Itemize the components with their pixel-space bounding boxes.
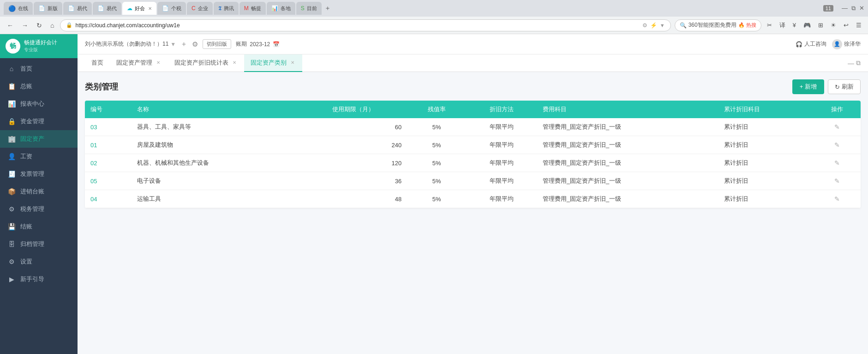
code-link[interactable]: 01 <box>90 142 97 149</box>
sidebar-item-archive[interactable]: 🗄 归档管理 <box>0 235 78 253</box>
browser-tab-online[interactable]: 🔵 在线 <box>4 2 33 15</box>
edit-icon[interactable]: ✎ <box>834 141 840 149</box>
cell-expense: 管理费用_固定资产折旧_一级 <box>537 154 719 172</box>
edit-icon[interactable]: ✎ <box>834 195 840 203</box>
sidebar-item-fixed-assets[interactable]: 🏢 固定资产 <box>0 130 78 148</box>
tab-fixed-mgmt-close[interactable]: ✕ <box>155 60 162 66</box>
cell-period: 36 <box>300 172 407 190</box>
browser-tab-haokuai[interactable]: ☁ 好会 ✕ <box>122 2 156 15</box>
reload-button[interactable]: ↻ <box>34 21 44 30</box>
home-nav-button[interactable]: ⌂ <box>48 21 56 30</box>
tab-fixed-cat[interactable]: 固定资产类别 ✕ <box>244 54 302 72</box>
sidebar-item-home[interactable]: ⌂ 首页 <box>0 60 78 78</box>
tab-fixed-cat-close[interactable]: ✕ <box>289 60 296 66</box>
cell-action: ✎ <box>814 136 861 154</box>
top-right: 🎧 人工咨询 👤 徐泽华 <box>796 39 861 49</box>
calendar-icon[interactable]: 📅 <box>273 41 280 48</box>
cell-expense: 管理费用_固定资产折旧_一级 <box>537 118 719 136</box>
code-link[interactable]: 05 <box>90 178 97 185</box>
restore-button[interactable]: ⧉ <box>851 5 856 12</box>
coin-icon[interactable]: ¥ <box>791 21 798 30</box>
browser-tab-yidai1[interactable]: 📄 易代 <box>63 2 92 15</box>
cell-acc-dep: 累计折旧 <box>718 172 814 190</box>
tab-fixed-dep-close[interactable]: ✕ <box>231 60 238 66</box>
refresh-label: 刷新 <box>842 83 854 91</box>
sidebar-item-reports[interactable]: 📊 报表中心 <box>0 95 78 113</box>
user-dropdown-icon[interactable]: ▼ <box>170 41 176 48</box>
dropdown-icon[interactable]: ▼ <box>660 23 665 28</box>
switch-version-button[interactable]: 切到旧版 <box>203 39 231 49</box>
edit-icon[interactable]: ✎ <box>834 159 840 167</box>
code-link[interactable]: 02 <box>90 160 97 167</box>
cell-method: 年限平均 <box>466 190 537 208</box>
address-bar[interactable]: 🔒 https://cloud.chanjet.com/accounting/u… <box>60 19 670 31</box>
browser-tab-muqian[interactable]: S 目前 <box>296 2 322 15</box>
browser-tab-changtixing[interactable]: M 畅提 <box>239 2 266 15</box>
maximize-tab-icon[interactable]: ⧉ <box>856 59 861 67</box>
undo-icon[interactable]: ↩ <box>842 21 850 30</box>
ledger-icon: 📋 <box>7 83 16 90</box>
search-bar[interactable]: 🔍 360智能抠图免费用 🔥 热搜 <box>675 19 761 31</box>
sidebar-item-general-ledger[interactable]: 📋 总账 <box>0 78 78 95</box>
user-avatar-button[interactable]: 👤 徐泽华 <box>832 39 861 49</box>
sun-icon[interactable]: ☀ <box>829 21 838 30</box>
edit-icon[interactable]: ✎ <box>834 123 840 131</box>
sidebar-item-invoices[interactable]: 🧾 发票管理 <box>0 165 78 183</box>
browser-tab-tengxun[interactable]: 𝕿 腾讯 <box>214 2 239 15</box>
tab-fixed-mgmt[interactable]: 固定资产管理 ✕ <box>110 54 168 72</box>
tab-label: 易代 <box>107 5 117 12</box>
translate-icon[interactable]: 译 <box>778 20 787 30</box>
table-header-row: 编号 名称 使用期限（月） 残值率 折旧方法 费用科目 累计折旧科目 操作 <box>85 101 861 118</box>
sidebar-item-closing[interactable]: 💾 结账 <box>0 218 78 235</box>
sidebar-item-inventory[interactable]: 📦 进销台账 <box>0 183 78 200</box>
add-period-icon[interactable]: ＋ <box>180 40 187 48</box>
sidebar-item-guide[interactable]: ▶ 新手引导 <box>0 270 78 288</box>
browser-tab-geshui[interactable]: 📄 个税 <box>157 2 186 15</box>
sidebar-item-tax[interactable]: ⚙ 税务管理 <box>0 200 78 218</box>
col-action: 操作 <box>814 101 861 118</box>
app-wrapper: 畅 畅捷通好会计 专业版 ⌂ 首页 📋 总账 📊 报表中心 🔒 资金管理 <box>0 34 868 354</box>
forward-button[interactable]: → <box>19 21 30 30</box>
browser-tab-yidai2[interactable]: 📄 易代 <box>93 2 121 15</box>
logo-title: 畅捷通好会计 <box>24 39 57 47</box>
refresh-button[interactable]: ↻ 刷新 <box>828 79 861 94</box>
sidebar-item-label: 资金管理 <box>20 117 44 126</box>
tab-home[interactable]: 首页 <box>85 54 110 72</box>
site-info-icon[interactable]: ⚙ <box>642 22 647 29</box>
browser-tab-gedi[interactable]: 📊 各地 <box>267 2 295 15</box>
menu-icon[interactable]: ☰ <box>854 21 863 30</box>
code-link[interactable]: 03 <box>90 124 97 131</box>
code-link[interactable]: 04 <box>90 196 97 203</box>
tab-close-icon[interactable]: ✕ <box>148 6 152 11</box>
col-period: 使用期限（月） <box>300 101 407 118</box>
funds-icon: 🔒 <box>7 118 16 125</box>
edit-icon[interactable]: ✎ <box>834 177 840 185</box>
cell-action: ✎ <box>814 190 861 208</box>
scissors-icon[interactable]: ✂ <box>765 21 774 30</box>
browser-tab-new[interactable]: 📄 新版 <box>34 2 62 15</box>
add-button[interactable]: + 新增 <box>792 79 824 94</box>
user-info: 刘小艳演示系统（勿删勿动！）11 ▼ <box>85 40 176 48</box>
cell-residual: 5% <box>407 136 466 154</box>
cell-method: 年限平均 <box>466 136 537 154</box>
minimize-button[interactable]: — <box>842 5 848 12</box>
sidebar-item-settings[interactable]: ⚙ 设置 <box>0 253 78 270</box>
grid-icon[interactable]: ⊞ <box>816 21 825 30</box>
cell-name: 器具、工具、家具等 <box>132 118 299 136</box>
back-button[interactable]: ← <box>5 21 16 30</box>
sidebar-item-payroll[interactable]: 👤 工资 <box>0 148 78 165</box>
sidebar-item-funds[interactable]: 🔒 资金管理 <box>0 113 78 130</box>
sidebar: 畅 畅捷通好会计 专业版 ⌂ 首页 📋 总账 📊 报表中心 🔒 资金管理 <box>0 34 78 354</box>
minimize-tab-icon[interactable]: — <box>848 60 854 67</box>
close-button[interactable]: ✕ <box>859 5 864 12</box>
browser-tab-qiye[interactable]: C 企业 <box>187 2 213 15</box>
cell-acc-dep: 累计折旧 <box>718 154 814 172</box>
game-icon[interactable]: 🎮 <box>802 21 813 30</box>
table-row: 04 运输工具 48 5% 年限平均 管理费用_固定资产折旧_一级 累计折旧 ✎ <box>85 190 861 208</box>
tab-fixed-dep[interactable]: 固定资产折旧统计表 ✕ <box>168 54 244 72</box>
cell-name: 运输工具 <box>132 190 299 208</box>
add-tab-button[interactable]: ＋ <box>324 4 331 12</box>
logo-text-block: 畅捷通好会计 专业版 <box>24 39 57 53</box>
settings-period-icon[interactable]: ⚙ <box>192 40 198 48</box>
support-button[interactable]: 🎧 人工咨询 <box>796 40 826 48</box>
